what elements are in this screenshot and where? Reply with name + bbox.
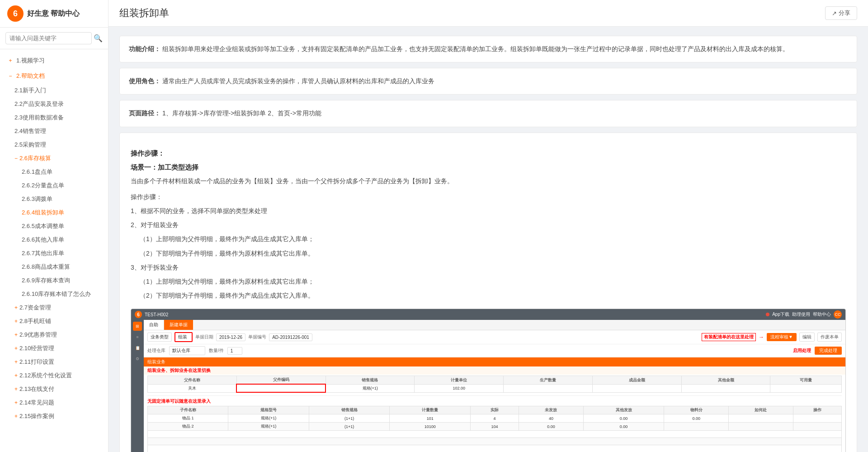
ss-child-col-2: 规格型号 bbox=[228, 406, 309, 414]
sidebar-item-cost2[interactable]: 2.6.8商品成本重算 bbox=[0, 260, 108, 274]
intro-label: 功能介绍： bbox=[129, 45, 160, 52]
sidebar-item-online[interactable]: + 2.13在线支付 bbox=[0, 382, 108, 396]
search-input[interactable] bbox=[5, 32, 92, 44]
ss-logo: 6 bbox=[135, 311, 142, 318]
sidebar-item-case[interactable]: + 2.15操作案例 bbox=[0, 409, 108, 423]
main-header: 组装拆卸单 ↗ 分享 bbox=[108, 0, 868, 27]
plus-icon-operate: + bbox=[14, 345, 18, 352]
ss-child-col-10: 操作 bbox=[793, 406, 841, 414]
sidebar-item-purchase[interactable]: 2.5采购管理 bbox=[0, 138, 108, 152]
nav-item-video-label[interactable]: + 1.视频学习 bbox=[0, 53, 108, 68]
nav-list: + 1.视频学习 − 2.帮助文档 2.1新手入门 2.2产品安装及登录 2.3… bbox=[0, 49, 108, 427]
screenshot-wrapper: 6 TEST-H002 App下载 助理使用 帮助中心 CC bbox=[131, 309, 846, 452]
table-row: 物品 2 规格(+1) (1+1) 10100 104 0.00 0.00 bbox=[148, 423, 842, 431]
ss-col-3: 销售规格 bbox=[326, 376, 415, 385]
sidebar-item-error[interactable]: 2.6.10库存账本错了怎么办 bbox=[0, 287, 108, 301]
ss-user-avatar: CC bbox=[834, 310, 842, 319]
table-row bbox=[148, 445, 842, 452]
sidebar-item-sales[interactable]: 2.4销售管理 bbox=[0, 124, 108, 138]
ss-process-btn[interactable]: 流程审核▼ bbox=[767, 333, 797, 341]
sidebar-item-inbound[interactable]: 2.6.6其他入库单 bbox=[0, 233, 108, 247]
scenario1-desc: 当由多个子件材料组装成一个成品的业务为【组装】业务，当由一个父件拆分成多个子产品… bbox=[131, 176, 846, 187]
path-text: 1、库存核算->库存管理->组装拆卸单 2、首页->常用功能 bbox=[162, 109, 321, 117]
ss-tab-new[interactable]: 新建单据 bbox=[164, 320, 193, 330]
ss-annotation2: 启用处理 bbox=[793, 347, 811, 354]
ss-child-col-7: 其他发放 bbox=[583, 406, 664, 414]
main-content: 组装拆卸单 ↗ 分享 功能介绍： 组装拆卸单用来处理企业组装或拆卸等加工业务，支… bbox=[108, 0, 868, 452]
ss-col-7: 其他金额 bbox=[681, 376, 770, 385]
ss-col-4: 计量单位 bbox=[415, 376, 504, 385]
ss-child-col-1: 子件名称 bbox=[148, 406, 228, 414]
logo-icon: 6 bbox=[7, 5, 24, 22]
role-block: 使用角色： 通常由生产人员或库管人员完成拆装业务的操作，库管人员确认原材料的出库… bbox=[119, 68, 857, 95]
sidebar-item-newbie[interactable]: 2.1新手入门 bbox=[0, 84, 108, 97]
ss-col-2: 父件编码 bbox=[236, 376, 326, 385]
sidebar-item-outbound[interactable]: 2.6.7其他出库单 bbox=[0, 247, 108, 260]
search-button[interactable]: 🔍 bbox=[94, 34, 103, 43]
sidebar-item-operate[interactable]: + 2.10经营管理 bbox=[0, 342, 108, 355]
nav-item-help-label[interactable]: − 2.帮助文档 bbox=[0, 68, 108, 84]
ss-top-bar: 6 TEST-H002 App下载 助理使用 帮助中心 CC bbox=[131, 309, 845, 320]
plus-icon-print: + bbox=[14, 359, 18, 365]
nav-item-video: + 1.视频学习 bbox=[0, 53, 108, 68]
table-row bbox=[148, 431, 842, 438]
sidebar-item-data[interactable]: 2.3使用前数据准备 bbox=[0, 111, 108, 124]
ss-qty-value: 1 bbox=[227, 347, 243, 355]
ss-btn-type[interactable]: 业务类型 bbox=[147, 333, 172, 342]
step3-2: （2）下部明细为子件明细，最终作为产成品生成其它入库单。 bbox=[131, 290, 846, 301]
role-text: 通常由生产人员或库管人员完成拆装业务的操作，库管人员确认原材料的出库和产成品的入… bbox=[162, 77, 434, 85]
sidebar-item-cost[interactable]: 2.6.5成本调整单 bbox=[0, 219, 108, 233]
path-label: 页面路径： bbox=[129, 109, 160, 117]
intro-text: 组装拆卸单用来处理企业组装或拆卸等加工业务，支持有固定装配清单的产品加工业务，也… bbox=[162, 45, 789, 52]
ss-child-col-5: 实际 bbox=[470, 406, 519, 414]
sidebar-item-assembly[interactable]: 2.6.4组装拆卸单 bbox=[0, 206, 108, 219]
ss-confirm-btn[interactable]: 完成处理 bbox=[815, 347, 842, 355]
ss-grid-icon: ≡ bbox=[133, 333, 142, 342]
sidebar-item-transfer[interactable]: 2.6.3调拨单 bbox=[0, 192, 108, 206]
steps-section: 操作步骤： 场景一：加工类型选择 当由多个子件材料组装成一个成品的业务为【组装】… bbox=[119, 133, 857, 452]
sidebar-item-coupon[interactable]: + 2.9优惠券管理 bbox=[0, 328, 108, 342]
ss-edit-btn[interactable]: 编辑 bbox=[799, 333, 815, 342]
ss-tab-self[interactable]: 自助 bbox=[144, 320, 164, 330]
steps-title: 操作步骤： bbox=[131, 191, 846, 203]
sidebar-item-mobile[interactable]: + 2.8手机旺铺 bbox=[0, 314, 108, 328]
ss-warehouse-label: 处理仓库 bbox=[147, 347, 165, 354]
sidebar-item-count2[interactable]: 2.6.2分量盘点单 bbox=[0, 179, 108, 192]
ss-warehouse-value: 默认仓库 bbox=[169, 346, 205, 355]
ss-cancel-btn[interactable]: 作废本单 bbox=[817, 333, 842, 342]
ss-parent-table-wrap: 父件名称 父件编码 销售规格 计量单位 生产数量 成品金额 其他金额 可用量 bbox=[144, 375, 845, 394]
ss-parent-table: 父件名称 父件编码 销售规格 计量单位 生产数量 成品金额 其他金额 可用量 bbox=[147, 376, 842, 393]
plus-icon-coupon: + bbox=[14, 332, 18, 338]
sidebar-item-inventory[interactable]: − 2.6库存核算 bbox=[0, 152, 108, 165]
sidebar-item-install[interactable]: 2.2产品安装及登录 bbox=[0, 97, 108, 111]
sidebar-item-faq[interactable]: + 2.14常见问题 bbox=[0, 396, 108, 409]
ss-annotation3: 无固定清单可以随意在这里录入 bbox=[147, 399, 211, 404]
minus-icon-inventory: − bbox=[14, 155, 18, 162]
ss-form-row: 处理仓库 默认仓库 数量/件 1 启用处理 完成处理 bbox=[144, 344, 845, 357]
sidebar-item-query[interactable]: 2.6.9库存账本查询 bbox=[0, 274, 108, 287]
ss-icon-strip: ⊞ ≡ 📋 ⚙ bbox=[131, 320, 144, 452]
ss-type-value: 组装 bbox=[175, 332, 193, 342]
ss-date-label: 单据日期 bbox=[195, 334, 213, 340]
ss-settings-icon: ⚙ bbox=[133, 354, 142, 363]
sidebar-item-finance[interactable]: + 2.7资金管理 bbox=[0, 301, 108, 314]
ss-section-annotation: 组装业务、拆卸业务在这里切换 bbox=[144, 366, 845, 375]
step2-1: （1）上部明细为父件明细，最终作为产成品生成其它入库单； bbox=[131, 233, 846, 245]
share-button[interactable]: ↗ 分享 bbox=[825, 6, 857, 20]
ss-child-col-6: 未发放 bbox=[519, 406, 584, 414]
ss-section-label: 组装业务 bbox=[147, 359, 165, 365]
sidebar-item-count[interactable]: 2.6.1盘点单 bbox=[0, 165, 108, 179]
ss-divider bbox=[147, 395, 842, 396]
ss-main-area: 自助 新建单据 业务类型 组装 单据日期 2019-12-26 单据编号 AD-… bbox=[144, 320, 845, 452]
ss-col-5: 生产数量 bbox=[504, 376, 593, 385]
ss-parent-code-cell bbox=[236, 384, 326, 392]
ss-col-1: 父件名称 bbox=[148, 376, 237, 385]
sidebar-item-custom[interactable]: + 2.12系统个性化设置 bbox=[0, 369, 108, 382]
ss-child-table-wrap: 子件名称 规格型号 销售规格 计量数量 实际 未发放 其他发放 物料分 bbox=[144, 405, 845, 452]
plus-icon-custom: + bbox=[14, 372, 18, 379]
ss-child-col-9: 如何处 bbox=[729, 406, 793, 414]
plus-icon-online: + bbox=[14, 386, 18, 392]
path-block: 页面路径： 1、库存核算->库存管理->组装拆卸单 2、首页->常用功能 bbox=[119, 100, 857, 127]
sidebar-item-print[interactable]: + 2.11打印设置 bbox=[0, 355, 108, 369]
plus-icon: + bbox=[7, 57, 14, 64]
